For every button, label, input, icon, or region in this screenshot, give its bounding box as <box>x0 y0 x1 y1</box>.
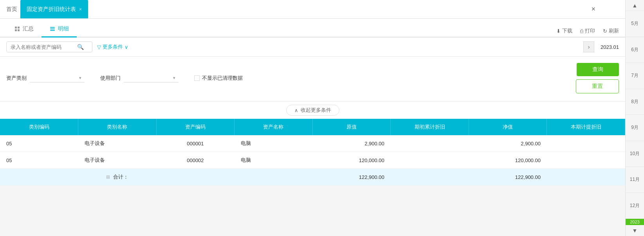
svg-rect-6 <box>50 30 55 31</box>
svg-rect-0 <box>15 27 17 29</box>
active-tab[interactable]: 固定资产折旧统计表 × <box>20 0 88 18</box>
search-input-wrap: 🔍 <box>6 41 92 52</box>
date-indicator: 2023.01 <box>601 44 619 50</box>
no-cleared-label: 不显示已清理数据 <box>202 75 243 82</box>
tab-bar: 汇总 明细 ⬇ 下载 ⎙ 打印 ↻ 刷新 <box>0 19 625 38</box>
department-select[interactable]: ▾ <box>124 74 179 82</box>
more-conditions-label: 更多条件 <box>103 43 123 50</box>
top-nav: 首页 固定资产折旧统计表 × × <box>0 0 625 19</box>
total-asset-name <box>235 169 313 186</box>
svg-rect-5 <box>50 29 55 29</box>
cell-original-value: 120,000.00 <box>312 152 391 169</box>
filter-row: 资产类别 ▾ 使用部门 ▾ 不显示已清理数据 查询 重置 <box>6 63 619 93</box>
filter-asset-category: 资产类别 ▾ <box>6 74 85 82</box>
cell-category-name: 电子设备 <box>78 135 157 152</box>
summary-icon <box>14 26 20 32</box>
svg-rect-3 <box>18 29 20 31</box>
cell-current-dep <box>547 135 625 152</box>
col-net-value: 净值 <box>469 119 547 135</box>
total-icon: ⊞ <box>106 174 110 180</box>
table-header-row: 类别编码 类别名称 资产编码 资产名称 原值 期初累计折旧 净值 本期计提折旧 <box>0 119 625 135</box>
search-icon: 🔍 <box>77 44 84 50</box>
svg-rect-1 <box>18 27 20 29</box>
sidebar-year-badge[interactable]: 2023 <box>626 219 644 225</box>
cell-asset-name: 电脑 <box>235 135 313 152</box>
total-accumulated-dep <box>391 169 469 186</box>
total-row: ⊞ 合计： 122,900.00 122,900.00 <box>0 169 625 186</box>
cell-asset-code: 000001 <box>156 135 235 152</box>
table-wrap: 类别编码 类别名称 资产编码 资产名称 原值 期初累计折旧 净值 本期计提折旧 … <box>0 119 625 186</box>
cell-category-code: 05 <box>0 152 78 169</box>
close-window-icon[interactable]: × <box>591 5 595 13</box>
cell-category-name: 电子设备 <box>78 152 157 169</box>
sidebar-month-8[interactable]: 8月 <box>626 89 644 115</box>
col-accumulated-dep: 期初累计折旧 <box>391 119 469 135</box>
svg-rect-4 <box>50 27 55 28</box>
action-buttons: 查询 重置 <box>576 63 619 93</box>
refresh-label: 刷新 <box>609 27 619 34</box>
filter-area: 资产类别 ▾ 使用部门 ▾ 不显示已清理数据 查询 重置 <box>0 57 625 102</box>
print-btn[interactable]: ⎙ 打印 <box>580 27 595 34</box>
table-row: 05 电子设备 000001 电脑 2,900.00 2,900.00 <box>0 135 625 152</box>
col-asset-code: 资产编码 <box>156 119 235 135</box>
total-asset-code <box>156 169 235 186</box>
cell-original-value: 2,900.00 <box>312 135 391 152</box>
cell-current-dep <box>547 152 625 169</box>
svg-rect-2 <box>15 29 17 31</box>
tab-detail-label: 明细 <box>58 25 69 32</box>
reset-button[interactable]: 重置 <box>576 79 619 93</box>
asset-category-select[interactable]: ▾ <box>30 74 85 82</box>
table-row: 05 电子设备 000002 电脑 120,000.00 120,000.00 <box>0 152 625 169</box>
sidebar-month-10[interactable]: 10月 <box>626 141 644 167</box>
print-icon: ⎙ <box>580 28 583 34</box>
download-btn[interactable]: ⬇ 下载 <box>556 27 572 34</box>
refresh-icon: ↻ <box>603 28 607 34</box>
cell-asset-name: 电脑 <box>235 152 313 169</box>
sidebar-month-11[interactable]: 11月 <box>626 167 644 193</box>
cell-category-code: 05 <box>0 135 78 152</box>
tab-detail[interactable]: 明细 <box>41 21 77 38</box>
tab-summary[interactable]: 汇总 <box>6 21 41 38</box>
query-button[interactable]: 查询 <box>577 63 619 76</box>
col-current-dep: 本期计提折旧 <box>547 119 625 135</box>
refresh-btn[interactable]: ↻ 刷新 <box>603 27 619 34</box>
sidebar-nav-down[interactable]: ▼ <box>626 225 644 236</box>
download-label: 下载 <box>562 27 572 34</box>
total-net-value: 122,900.00 <box>469 169 547 186</box>
cell-net-value: 2,900.00 <box>469 135 547 152</box>
no-cleared-checkbox-wrap: 不显示已清理数据 <box>194 75 243 82</box>
chevron-down-icon: ∨ <box>124 44 128 50</box>
total-original-value: 122,900.00 <box>312 169 391 186</box>
search-input[interactable] <box>11 44 77 50</box>
home-link[interactable]: 首页 <box>6 6 17 13</box>
col-category-code: 类别编码 <box>0 119 78 135</box>
more-conditions-btn[interactable]: ▽ 更多条件 ∨ <box>97 43 128 50</box>
data-table: 类别编码 类别名称 资产编码 资产名称 原值 期初累计折旧 净值 本期计提折旧 … <box>0 119 625 186</box>
col-original-value: 原值 <box>312 119 391 135</box>
collapse-bar: ∧ 收起更多条件 <box>0 102 625 119</box>
print-label: 打印 <box>585 27 595 34</box>
sidebar-nav-up[interactable]: ▲ <box>626 0 644 11</box>
sidebar-month-5[interactable]: 5月 <box>626 11 644 37</box>
close-tab-icon[interactable]: × <box>79 7 82 12</box>
tab-actions: ⬇ 下载 ⎙ 打印 ↻ 刷新 <box>556 27 619 37</box>
col-category-name: 类别名称 <box>78 119 157 135</box>
tab-summary-label: 汇总 <box>23 25 34 32</box>
department-arrow: ▾ <box>173 75 175 80</box>
date-nav-arrow[interactable]: › <box>583 41 594 52</box>
col-asset-name: 资产名称 <box>235 119 313 135</box>
sidebar-month-6[interactable]: 6月 <box>626 37 644 63</box>
total-label: 合计： <box>113 174 128 180</box>
download-icon: ⬇ <box>556 28 561 34</box>
detail-icon <box>49 26 56 32</box>
collapse-btn[interactable]: ∧ 收起更多条件 <box>286 105 339 116</box>
sidebar-month-9[interactable]: 9月 <box>626 115 644 141</box>
sidebar-month-12[interactable]: 12月 <box>626 193 644 219</box>
cell-asset-code: 000002 <box>156 152 235 169</box>
total-label-cell <box>0 169 78 186</box>
no-cleared-checkbox[interactable] <box>194 75 200 81</box>
sidebar-month-7[interactable]: 7月 <box>626 63 644 89</box>
asset-category-label: 资产类别 <box>6 75 27 82</box>
asset-category-arrow: ▾ <box>79 75 81 80</box>
cell-net-value: 120,000.00 <box>469 152 547 169</box>
